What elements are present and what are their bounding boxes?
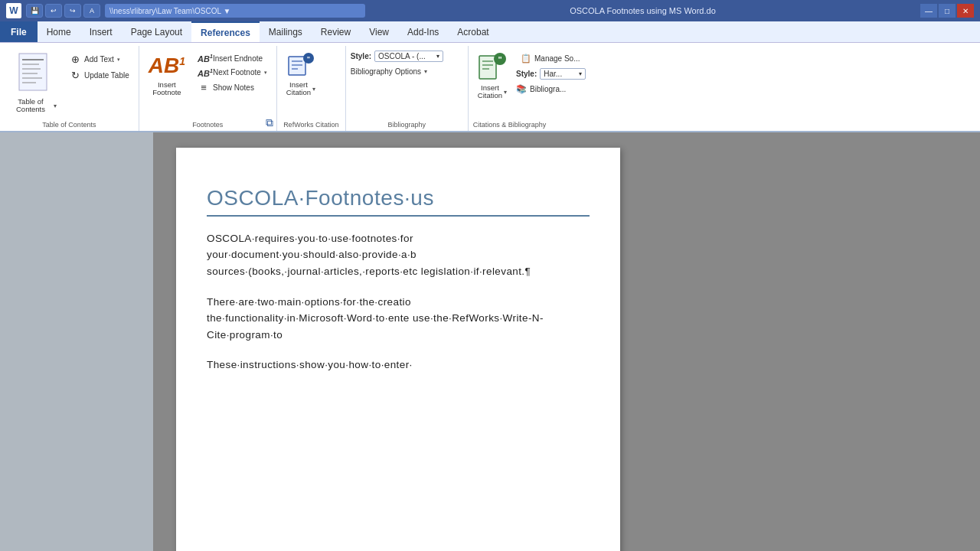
window-title: OSCOLA Footnotes using MS Word.do bbox=[370, 6, 916, 15]
svg-rect-13 bbox=[479, 56, 496, 79]
menu-mailings[interactable]: Mailings bbox=[260, 21, 312, 42]
next-footnote-icon: AB1 bbox=[198, 68, 210, 78]
menu-page-layout[interactable]: Page Layout bbox=[122, 21, 191, 42]
document-area: OSCOLA·Footnotes·us OSCOLA·requires·you·… bbox=[0, 132, 980, 551]
ribbon-group-refworks: " InsertCitation ▾ RefWorks Citation bbox=[277, 46, 346, 131]
show-notes-button[interactable]: ≡ Show Notes bbox=[193, 80, 272, 95]
toc-group-label: Table of Contents bbox=[0, 121, 139, 129]
bibliography-icon: 📚 bbox=[516, 84, 527, 94]
table-of-contents-button[interactable]: Table of Contents ▾ bbox=[5, 49, 61, 117]
svg-text:": " bbox=[307, 55, 310, 63]
menu-home[interactable]: Home bbox=[38, 21, 80, 42]
minimize-btn[interactable]: — bbox=[920, 4, 937, 18]
redo-btn[interactable]: ↪ bbox=[64, 4, 81, 18]
file-path[interactable]: \\ness\rlibrary\Law Team\OSCOL ▼ bbox=[105, 4, 365, 18]
add-text-icon: ⊕ bbox=[69, 54, 81, 65]
menu-add-ins[interactable]: Add-Ins bbox=[398, 21, 448, 42]
quick-access-toolbar: 💾 ↩ ↪ A bbox=[26, 4, 100, 18]
svg-text:": " bbox=[498, 55, 501, 64]
ribbon-group-bibliography: Style: OSCOLA - (... ▾ Bibliography Opti… bbox=[346, 46, 469, 131]
insert-citation-icon: " bbox=[479, 52, 506, 83]
style-label: Style: bbox=[351, 52, 371, 60]
menu-file[interactable]: File bbox=[0, 21, 38, 42]
citations-style-caret-icon: ▾ bbox=[579, 70, 582, 77]
toc-caret-icon: ▾ bbox=[54, 103, 57, 109]
manage-sources-icon: 📋 bbox=[521, 54, 531, 64]
ribbon-group-footnotes: AB1 InsertFootnote AB1 Insert Endnote AB… bbox=[139, 46, 277, 131]
menu-bar: File Home Insert Page Layout References … bbox=[0, 21, 980, 43]
insert-citation-refworks-label: InsertCitation bbox=[286, 81, 311, 97]
bibliography-button[interactable]: 📚 Bibliogra... bbox=[516, 83, 586, 96]
insert-endnote-icon: AB1 bbox=[198, 54, 210, 64]
bibliography-group-label: Bibliography bbox=[346, 121, 468, 129]
title-bar: W 💾 ↩ ↪ A \\ness\rlibrary\Law Team\OSCOL… bbox=[0, 0, 980, 21]
update-table-icon: ↻ bbox=[69, 70, 81, 81]
word-icon: W bbox=[6, 3, 21, 18]
refworks-group-label: RefWorks Citation bbox=[277, 121, 345, 129]
insert-citation-label: InsertCitation bbox=[478, 84, 502, 100]
insert-citation-button[interactable]: " InsertCitation ▾ bbox=[473, 49, 511, 103]
document-paragraph-1: OSCOLA·requires·you·to·use·footnotes·for… bbox=[207, 230, 590, 280]
citations-small-buttons: 📋 Manage So... Style: Har... ▾ 📚 Bibliog… bbox=[516, 49, 586, 96]
show-notes-label: Show Notes bbox=[213, 83, 254, 92]
citations-style-label: Style: bbox=[516, 70, 537, 78]
toc-label: Table of Contents bbox=[9, 98, 52, 114]
insert-footnote-icon: AB1 bbox=[149, 52, 185, 80]
maximize-btn[interactable]: □ bbox=[939, 4, 956, 18]
citations-style-dropdown[interactable]: Har... ▾ bbox=[540, 68, 586, 80]
svg-rect-7 bbox=[289, 57, 305, 75]
next-footnote-button[interactable]: AB1 Next Footnote ▾ bbox=[193, 67, 272, 80]
close-btn[interactable]: ✕ bbox=[957, 4, 974, 18]
add-text-button[interactable]: ⊕ Add Text ▾ bbox=[64, 52, 134, 67]
bibliography-label: Bibliogra... bbox=[530, 85, 566, 93]
update-table-button[interactable]: ↻ Update Table bbox=[64, 68, 134, 83]
window-controls: — □ ✕ bbox=[920, 4, 974, 18]
menu-view[interactable]: View bbox=[360, 21, 398, 42]
style-value: OSCOLA - (... bbox=[378, 52, 426, 60]
document-paragraph-2: There·are·two·main·options·for·the·creat… bbox=[207, 294, 590, 344]
format-btn[interactable]: A bbox=[83, 4, 100, 18]
ribbon: Table of Contents ▾ ⊕ Add Text ▾ ↻ Updat… bbox=[0, 43, 980, 132]
footnotes-small-buttons: AB1 Insert Endnote AB1 Next Footnote ▾ ≡… bbox=[193, 49, 272, 95]
insert-footnote-button[interactable]: AB1 InsertFootnote bbox=[144, 49, 190, 100]
insert-footnote-label: InsertFootnote bbox=[152, 81, 181, 97]
insert-endnote-button[interactable]: AB1 Insert Endnote bbox=[193, 52, 272, 65]
save-btn[interactable]: 💾 bbox=[26, 4, 43, 18]
next-footnote-label: Next Footnote bbox=[213, 68, 261, 77]
toc-icon bbox=[18, 52, 48, 96]
insert-citation-refworks-caret-icon: ▾ bbox=[312, 86, 315, 93]
bibliography-options-button[interactable]: Bibliography Options ▾ bbox=[351, 66, 432, 77]
document-title: OSCOLA·Footnotes·us bbox=[207, 186, 590, 217]
ribbon-group-toc: Table of Contents ▾ ⊕ Add Text ▾ ↻ Updat… bbox=[0, 46, 139, 131]
citations-style-row: Style: Har... ▾ bbox=[516, 67, 586, 81]
citations-group-label: Citations & Bibliography bbox=[469, 121, 980, 129]
style-row: Style: OSCOLA - (... ▾ bbox=[351, 49, 443, 64]
document-canvas: OSCOLA·Footnotes·us OSCOLA·requires·you·… bbox=[153, 132, 980, 551]
bibliography-options-label: Bibliography Options bbox=[351, 67, 421, 76]
insert-citation-refworks-button[interactable]: " InsertCitation ▾ bbox=[282, 49, 320, 100]
add-text-caret-icon: ▾ bbox=[117, 57, 120, 63]
update-table-label: Update Table bbox=[84, 71, 129, 80]
undo-btn[interactable]: ↩ bbox=[45, 4, 62, 18]
manage-sources-button[interactable]: 📋 Manage So... bbox=[516, 52, 586, 65]
show-notes-icon: ≡ bbox=[198, 82, 210, 93]
sidebar bbox=[0, 132, 153, 551]
style-dropdown-caret-icon: ▾ bbox=[436, 53, 439, 60]
menu-review[interactable]: Review bbox=[312, 21, 360, 42]
footnotes-group-label: Footnotes bbox=[139, 121, 276, 129]
next-footnote-caret-icon: ▾ bbox=[264, 70, 267, 76]
toc-small-buttons: ⊕ Add Text ▾ ↻ Update Table bbox=[64, 49, 134, 83]
document-paragraph-3: These·instructions·show·you·how·to·enter… bbox=[207, 357, 590, 373]
style-dropdown[interactable]: OSCOLA - (... ▾ bbox=[374, 51, 443, 62]
menu-acrobat[interactable]: Acrobat bbox=[448, 21, 498, 42]
menu-insert[interactable]: Insert bbox=[80, 21, 122, 42]
document-page: OSCOLA·Footnotes·us OSCOLA·requires·you·… bbox=[176, 148, 620, 551]
bibliography-options-caret-icon: ▾ bbox=[424, 68, 427, 75]
citations-style-value: Har... bbox=[544, 70, 562, 78]
insert-citation-caret-icon: ▾ bbox=[504, 89, 507, 96]
manage-sources-label: Manage So... bbox=[534, 54, 580, 63]
insert-endnote-label: Insert Endnote bbox=[213, 54, 263, 63]
ribbon-group-citations: " InsertCitation ▾ 📋 Manage So... Style: bbox=[469, 46, 980, 131]
svg-rect-0 bbox=[19, 54, 47, 90]
menu-references[interactable]: References bbox=[191, 21, 260, 42]
